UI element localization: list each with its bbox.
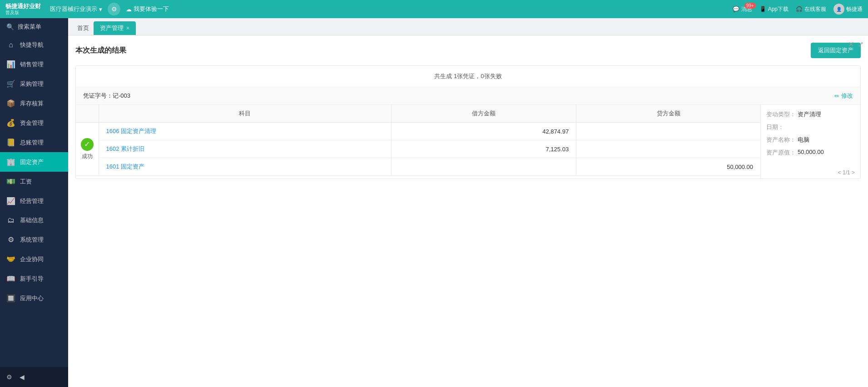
chart-icon: 📊	[6, 60, 15, 69]
voucher-section: 凭证字号：记-003 ✏ 修改	[76, 87, 860, 179]
gear-icon: ⚙	[6, 235, 15, 244]
user-profile[interactable]: 👤 畅捷通	[833, 4, 863, 15]
date-item: 日期：	[766, 123, 855, 131]
money-icon: 💰	[6, 119, 15, 127]
subject-1606[interactable]: 1606 固定资产清理	[99, 123, 391, 140]
asset-name-value: 电脑	[798, 136, 809, 144]
sidebar-item-enterprise[interactable]: 🤝 企业协同	[0, 249, 68, 269]
user-label: 畅捷通	[846, 5, 863, 13]
result-area: 共生成 1张凭证，0张失败 凭证字号：记-003 ✏ 修改	[75, 65, 861, 179]
home-tab-label: 首页	[77, 24, 89, 32]
logo-area: 畅捷通好业财 普及版	[5, 3, 41, 15]
avatar: 👤	[833, 4, 844, 15]
content-area: 首页 资产管理 × 本次生成的结果 返回固定资产 共生成 1张凭证，0张失败 凭…	[68, 18, 868, 387]
subject-1602[interactable]: 1602 累计折旧	[99, 140, 391, 158]
credit-1602	[576, 140, 760, 158]
sidebar-scroll: ⌂ 快捷导航 📊 销售管理 🛒 采购管理 📦 库存核算 💰 资金管理 📒	[0, 35, 68, 367]
box-icon: 📦	[6, 99, 15, 108]
sidebar-item-label: 企业协同	[20, 255, 44, 263]
tab-close-button[interactable]: ×	[126, 25, 129, 31]
voucher-number: 凭证字号：记-003	[83, 92, 130, 100]
tab-asset-management[interactable]: 资产管理 ×	[94, 21, 136, 35]
sidebar-item-label: 销售管理	[20, 60, 44, 69]
page-header: 本次生成的结果 返回固定资产	[75, 43, 861, 58]
sidebar-item-purchase[interactable]: 🛒 采购管理	[0, 74, 68, 94]
building-icon: 🏢	[6, 158, 15, 166]
sidebar-item-fixed-assets[interactable]: 🏢 固定资产	[0, 152, 68, 172]
voucher-data-table: 科目 借方金额 贷方金额 ✓	[76, 105, 760, 176]
subject-1601[interactable]: 1601 固定资产	[99, 158, 391, 176]
sidebar-item-sales[interactable]: 📊 销售管理	[0, 55, 68, 74]
voucher-header: 凭证字号：记-003 ✏ 修改	[76, 87, 860, 105]
change-type-label: 变动类型：	[766, 110, 796, 119]
tab-home[interactable]: 首页	[73, 21, 94, 35]
message-icon: 💬	[733, 6, 739, 12]
tab-label: 资产管理	[100, 24, 124, 32]
success-icon: ✓	[81, 138, 94, 151]
next-page-button[interactable]: >	[852, 169, 855, 176]
result-summary: 共生成 1张凭证，0张失败	[76, 66, 860, 87]
close-panel-button[interactable]: ✕	[848, 40, 854, 49]
table-row: 1601 固定资产 50,000.00	[76, 158, 760, 176]
sidebar-item-label: 库存核算	[20, 99, 44, 108]
app-download-label: App下载	[768, 5, 789, 13]
online-service-button[interactable]: 🎧 在线客服	[796, 5, 826, 13]
collapse-button[interactable]: ◀	[20, 373, 25, 381]
sidebar-item-quick-nav[interactable]: ⌂ 快捷导航	[0, 35, 68, 55]
main-layout: 🔍 搜索菜单 ⌂ 快捷导航 📊 销售管理 🛒 采购管理 📦 库存核算 💰	[0, 18, 868, 387]
experience-button[interactable]: ☁ 我要体验一下	[126, 5, 169, 13]
col-subject: 科目	[99, 105, 391, 123]
sidebar-item-inventory[interactable]: 📦 库存核算	[0, 94, 68, 113]
status-cell: ✓ 成功	[76, 129, 99, 169]
folder-icon: 🗂	[6, 216, 15, 224]
sidebar-item-guide[interactable]: 📖 新手引导	[0, 269, 68, 288]
company-selector[interactable]: 医疗器械行业演示 ▾	[50, 5, 102, 13]
settings-bottom-button[interactable]: ⚙	[6, 373, 12, 381]
sidebar-item-label: 应用中心	[20, 294, 44, 303]
edit-button[interactable]: ✏ 修改	[834, 92, 853, 100]
home-icon: ⌂	[6, 41, 15, 49]
online-service-label: 在线客服	[804, 5, 826, 13]
grid-icon: 🔲	[6, 294, 15, 303]
sidebar-item-operations[interactable]: 📈 经营管理	[0, 191, 68, 211]
payroll-icon: 💵	[6, 177, 15, 186]
sidebar-item-label: 系统管理	[20, 236, 44, 244]
guide-icon: 📖	[6, 274, 15, 283]
prev-page-button[interactable]: <	[838, 169, 841, 176]
fullscreen-button[interactable]: ⤢	[858, 40, 863, 49]
asset-value-label: 资产原值：	[766, 149, 796, 157]
sidebar-item-label: 总账管理	[20, 139, 44, 147]
sidebar: 🔍 搜索菜单 ⌂ 快捷导航 📊 销售管理 🛒 采购管理 📦 库存核算 💰	[0, 18, 68, 387]
change-type-item: 变动类型： 资产清理	[766, 110, 855, 119]
sidebar-item-label: 新手引导	[20, 275, 44, 283]
table-row: 1602 累计折旧 7,125.03	[76, 140, 760, 158]
credit-1606	[576, 123, 760, 140]
voucher-table: 科目 借方金额 贷方金额 ✓	[76, 105, 860, 179]
sidebar-item-label: 经营管理	[20, 197, 44, 205]
header-right-actions: 💬 消息 99+ 📱 App下载 🎧 在线客服 👤 畅捷通	[733, 4, 863, 15]
page-title: 本次生成的结果	[75, 46, 126, 55]
experience-label: 我要体验一下	[134, 5, 169, 13]
logo-sub: 普及版	[5, 10, 41, 15]
sidebar-item-sys-manage[interactable]: ⚙ 系统管理	[0, 230, 68, 249]
table-row: ✓ 成功 1606 固定资产清理 42,874.97	[76, 123, 760, 140]
handshake-icon: 🤝	[6, 255, 15, 263]
sidebar-item-basic-info[interactable]: 🗂 基础信息	[0, 211, 68, 230]
date-label: 日期：	[766, 123, 784, 131]
trend-icon: 📈	[6, 197, 15, 205]
col-debit: 借方金额	[391, 105, 576, 123]
sidebar-item-app-center[interactable]: 🔲 应用中心	[0, 288, 68, 308]
sidebar-item-ledger[interactable]: 📒 总账管理	[0, 133, 68, 152]
sidebar-item-payroll[interactable]: 💵 工资	[0, 172, 68, 191]
sidebar-item-finance[interactable]: 💰 资金管理	[0, 113, 68, 133]
message-button[interactable]: 💬 消息 99+	[733, 5, 752, 13]
change-type-value: 资产清理	[798, 110, 821, 119]
table-side-panel: 变动类型： 资产清理 日期： 资产名称： 电脑	[760, 105, 860, 179]
pagination-info: 1/1	[843, 169, 852, 176]
sidebar-search[interactable]: 🔍 搜索菜单	[0, 18, 68, 35]
edit-label: 修改	[841, 92, 853, 100]
settings-button[interactable]: ⚙	[108, 3, 120, 15]
sidebar-item-label: 固定资产	[20, 158, 44, 166]
app-download-button[interactable]: 📱 App下载	[759, 5, 789, 13]
sidebar-item-label: 工资	[20, 178, 32, 186]
